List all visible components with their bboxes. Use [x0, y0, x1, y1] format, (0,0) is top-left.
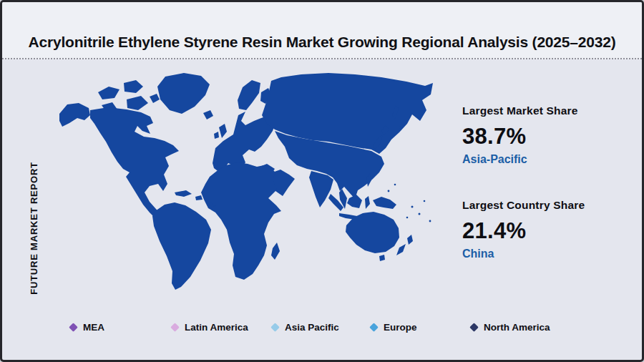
world-map [58, 71, 441, 296]
legend-item-latin-america: Latin America [172, 322, 248, 333]
legend-swatch-icon [469, 323, 479, 332]
vertical-watermark: FUTURE MARKET REPORT [29, 162, 39, 295]
stat-largest-country-share: Largest Country Share 21.4% China [462, 199, 634, 260]
legend-item-mea: MEA [70, 322, 104, 333]
stat-label: Largest Market Share [462, 104, 634, 117]
legend-swatch-icon [369, 323, 379, 332]
infographic-frame: Acrylonitrile Ethylene Styrene Resin Mar… [0, 0, 644, 362]
legend: MEA Latin America Asia Pacific Europe No… [2, 322, 642, 336]
stat-region: China [462, 248, 634, 260]
header-band: Acrylonitrile Ethylene Styrene Resin Mar… [2, 2, 642, 59]
legend-swatch-icon [69, 323, 78, 332]
legend-item-asia-pacific: Asia Pacific [272, 322, 339, 333]
world-landmass [59, 73, 433, 290]
world-map-svg [58, 71, 441, 296]
legend-label: North America [484, 322, 550, 333]
legend-swatch-icon [170, 323, 180, 332]
legend-item-north-america: North America [471, 322, 550, 333]
stat-region: Asia-Pacific [462, 153, 634, 166]
legend-label: Asia Pacific [285, 322, 339, 333]
stat-value: 21.4% [462, 218, 634, 244]
legend-label: Europe [384, 322, 417, 333]
stat-value: 38.7% [462, 124, 634, 150]
stat-label: Largest Country Share [462, 199, 634, 212]
legend-label: MEA [83, 322, 104, 333]
legend-swatch-icon [270, 323, 280, 332]
stats-panel: Largest Market Share 38.7% Asia-Pacific … [462, 104, 634, 260]
legend-label: Latin America [185, 322, 248, 333]
page-title: Acrylonitrile Ethylene Styrene Resin Mar… [29, 34, 616, 58]
stat-largest-market-share: Largest Market Share 38.7% Asia-Pacific [462, 104, 634, 166]
legend-item-europe: Europe [371, 322, 417, 333]
